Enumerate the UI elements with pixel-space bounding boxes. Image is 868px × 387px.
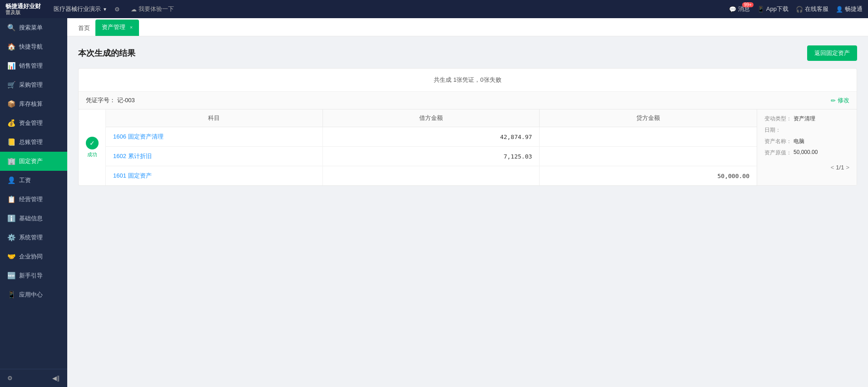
topbar-left: 畅捷通好业财 普及版 医疗器械行业演示 ▼ ⚙ ☁ 我要体验一下 xyxy=(5,3,174,16)
table-row: 1602 累计折旧 7,125.03 xyxy=(106,147,757,166)
debit-cell-0: 42,874.97 xyxy=(323,127,540,146)
status-column: ✓ 成功 xyxy=(79,109,106,185)
project-settings-button[interactable]: ⚙ xyxy=(111,3,124,15)
debit-cell-2 xyxy=(323,166,540,185)
inventory-icon: 📦 xyxy=(7,100,15,108)
message-icon: 💬 xyxy=(729,6,736,13)
pagination: < 1/1 > xyxy=(764,160,849,174)
app-download-button[interactable]: 📱 App下载 xyxy=(757,5,789,13)
messages-badge: 99+ xyxy=(742,2,754,7)
debit-cell-1: 7,125.03 xyxy=(323,147,540,166)
voucher-table: 科目 借方金额 贷方金额 1606 固定资产清理 42,874.97 1602 … xyxy=(106,109,757,185)
table-header: 科目 借方金额 贷方金额 xyxy=(106,109,757,127)
system-icon: ⚙️ xyxy=(7,233,15,242)
subject-cell-0[interactable]: 1606 固定资产清理 xyxy=(106,127,323,146)
user-menu-button[interactable]: 👤 畅捷通 xyxy=(836,5,863,13)
project-dropdown-arrow: ▼ xyxy=(103,7,107,12)
edit-voucher-button[interactable]: ✏ 修改 xyxy=(831,96,849,104)
guide-icon: 🆕 xyxy=(7,272,15,280)
edit-icon: ✏ xyxy=(831,97,836,104)
app-download-icon: 📱 xyxy=(757,6,764,13)
sidebar-item-fixed-assets[interactable]: 🏢 固定资产 xyxy=(0,152,67,171)
app-center-icon: 📱 xyxy=(7,291,15,299)
search-icon: 🔍 xyxy=(7,24,15,32)
finance-icon: 💰 xyxy=(7,119,15,127)
operations-icon: 📋 xyxy=(7,195,15,203)
col-header-debit: 借方金额 xyxy=(323,109,540,127)
online-service-button[interactable]: 🎧 在线客服 xyxy=(796,5,828,13)
page-header: 本次生成的结果 返回固定资产 xyxy=(78,45,857,61)
experience-button[interactable]: ☁ 我要体验一下 xyxy=(131,5,174,13)
success-icon: ✓ xyxy=(86,137,99,149)
main-layout: 🔍 搜索菜单 🏠 快捷导航 📊 销售管理 🛒 采购管理 📦 库存核算 💰 xyxy=(0,18,868,387)
table-row: 1601 固定资产 50,000.00 xyxy=(106,166,757,185)
sidebar-item-operations[interactable]: 📋 经营管理 xyxy=(0,190,67,209)
right-info-panel: 变动类型： 资产清理 日期： 资产名称： 电脑 资产原值： xyxy=(757,109,857,185)
credit-cell-2: 50,000.00 xyxy=(540,166,757,185)
subject-cell-2[interactable]: 1601 固定资产 xyxy=(106,166,323,185)
sidebar-settings-icon[interactable]: ⚙ xyxy=(7,375,13,382)
page-content: 本次生成的结果 返回固定资产 共生成 1张凭证，0张失败 凭证字号： 记-003… xyxy=(67,36,868,387)
tab-bar: 首页 资产管理 × xyxy=(67,18,868,36)
change-type-row: 变动类型： 资产清理 xyxy=(764,115,849,123)
tab-close-icon[interactable]: × xyxy=(130,25,133,30)
col-header-subject: 科目 xyxy=(106,109,323,127)
credit-cell-1 xyxy=(540,147,757,166)
voucher-body: ✓ 成功 科目 借方金额 贷方金额 1606 固定资产清理 xyxy=(79,109,857,185)
table-with-status: ✓ 成功 科目 借方金额 贷方金额 1606 固定资产清理 xyxy=(79,109,757,185)
sidebar-item-purchase[interactable]: 🛒 采购管理 xyxy=(0,75,67,94)
enterprise-icon: 🤝 xyxy=(7,253,15,261)
service-icon: 🎧 xyxy=(796,6,803,13)
sidebar-item-ledger[interactable]: 📒 总账管理 xyxy=(0,133,67,152)
topbar-right: 💬 消息 99+ 📱 App下载 🎧 在线客服 👤 畅捷通 xyxy=(729,5,863,13)
subject-cell-1[interactable]: 1602 累计折旧 xyxy=(106,147,323,166)
sidebar-item-quick-nav[interactable]: 🏠 快捷导航 xyxy=(0,37,67,56)
asset-name-row: 资产名称： 电脑 xyxy=(764,138,849,145)
sidebar-bottom: ⚙ ◀‖ xyxy=(0,369,67,387)
sidebar: 🔍 搜索菜单 🏠 快捷导航 📊 销售管理 🛒 采购管理 📦 库存核算 💰 xyxy=(0,18,67,387)
messages-button[interactable]: 💬 消息 99+ xyxy=(729,5,750,13)
sidebar-scroll: 🔍 搜索菜单 🏠 快捷导航 📊 销售管理 🛒 采购管理 📦 库存核算 💰 xyxy=(0,18,67,369)
page-indicator: 1/1 xyxy=(836,164,844,171)
success-label: 成功 xyxy=(87,151,97,158)
date-row: 日期： xyxy=(764,126,849,134)
content-area: 首页 资产管理 × 本次生成的结果 返回固定资产 共生成 1张凭证，0张失败 凭… xyxy=(67,18,868,387)
basic-info-icon: ℹ️ xyxy=(7,214,15,223)
next-page-button[interactable]: > xyxy=(846,164,849,171)
fixed-assets-icon: 🏢 xyxy=(7,157,15,165)
sidebar-item-payroll[interactable]: 👤 工资 xyxy=(0,171,67,190)
credit-cell-0 xyxy=(540,127,757,146)
sales-icon: 📊 xyxy=(7,62,15,70)
voucher-number: 凭证字号： 记-003 xyxy=(86,96,135,104)
sidebar-item-app-center[interactable]: 📱 应用中心 xyxy=(0,285,67,304)
topbar: 畅捷通好业财 普及版 医疗器械行业演示 ▼ ⚙ ☁ 我要体验一下 💬 消息 99… xyxy=(0,0,868,18)
project-selector[interactable]: 医疗器械行业演示 ▼ xyxy=(54,5,107,13)
sidebar-item-sales[interactable]: 📊 销售管理 xyxy=(0,56,67,75)
sidebar-item-guide[interactable]: 🆕 新手引导 xyxy=(0,266,67,285)
prev-page-button[interactable]: < xyxy=(831,164,834,171)
tab-asset-management[interactable]: 资产管理 × xyxy=(95,20,139,36)
tab-home[interactable]: 首页 xyxy=(74,20,94,36)
purchase-icon: 🛒 xyxy=(7,81,15,89)
result-panel: 共生成 1张凭证，0张失败 凭证字号： 记-003 ✏ 修改 xyxy=(78,68,857,186)
sidebar-item-finance[interactable]: 💰 资金管理 xyxy=(0,114,67,133)
result-summary: 共生成 1张凭证，0张失败 xyxy=(79,69,857,92)
home-icon: 🏠 xyxy=(7,43,15,51)
return-button[interactable]: 返回固定资产 xyxy=(807,45,857,61)
app-logo: 畅捷通好业财 普及版 xyxy=(5,3,41,16)
col-header-credit: 贷方金额 xyxy=(540,109,757,127)
payroll-icon: 👤 xyxy=(7,176,15,184)
sidebar-collapse-icon[interactable]: ◀‖ xyxy=(52,375,60,382)
sidebar-item-system[interactable]: ⚙️ 系统管理 xyxy=(0,228,67,247)
user-avatar-icon: 👤 xyxy=(836,6,843,13)
asset-value-row: 资产原值： 50,000.00 xyxy=(764,149,849,157)
sidebar-item-basic-info[interactable]: ℹ️ 基础信息 xyxy=(0,209,67,228)
voucher-header: 凭证字号： 记-003 ✏ 修改 xyxy=(79,92,857,109)
ledger-icon: 📒 xyxy=(7,138,15,146)
page-title: 本次生成的结果 xyxy=(78,48,135,59)
sidebar-item-enterprise[interactable]: 🤝 企业协同 xyxy=(0,247,67,266)
sidebar-item-search[interactable]: 🔍 搜索菜单 xyxy=(0,18,67,37)
sidebar-item-inventory[interactable]: 📦 库存核算 xyxy=(0,94,67,114)
table-row: 1606 固定资产清理 42,874.97 xyxy=(106,127,757,147)
